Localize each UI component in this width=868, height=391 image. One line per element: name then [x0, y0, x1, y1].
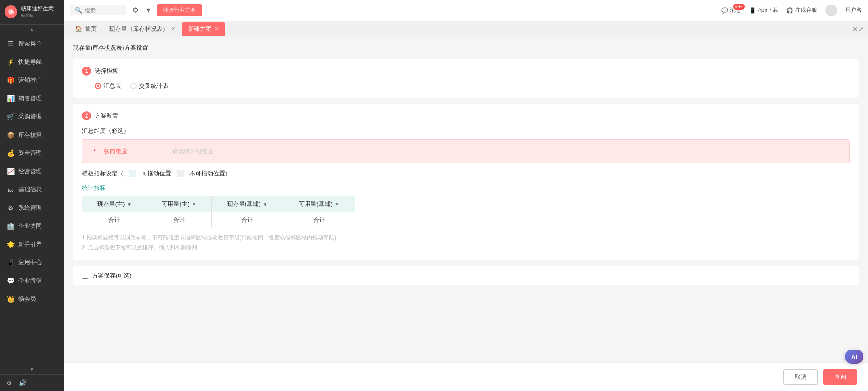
sidebar-scroll-down[interactable]: ▼	[0, 364, 64, 374]
search-icon: 🔍	[75, 7, 82, 14]
tab-inventory-close[interactable]: ✕	[171, 26, 175, 32]
col3-arrow[interactable]: ▼	[263, 202, 267, 207]
sidebar-item-system[interactable]: ⚙ 系统管理	[0, 199, 64, 217]
sidebar-item-purchase[interactable]: 🛒 采购管理	[0, 108, 64, 126]
sidebar-item-search-menu[interactable]: ☰ 搜索菜单	[0, 35, 64, 53]
new-guide-label: 新手引导	[18, 240, 42, 248]
wechat-label: 企业微信	[18, 277, 42, 285]
app-download-btn[interactable]: 📱 App下载	[749, 6, 778, 14]
tab-inventory[interactable]: 现存量（库存状况表） ✕	[103, 22, 182, 36]
finance-icon: 💰	[6, 149, 15, 157]
speaker-icon[interactable]: 🔊	[19, 379, 26, 386]
section2-header: 2 方案配置	[82, 111, 850, 120]
ai-float-button[interactable]: Ai	[845, 350, 863, 364]
operations-icon: 📈	[6, 167, 15, 175]
marketing-label: 营销推广	[18, 76, 42, 84]
msg-badge: 99+	[733, 4, 745, 10]
sidebar-item-app-center[interactable]: 📱 应用中心	[0, 253, 64, 272]
stats-section: 统计指标 现存量(主) ▼ 可用量	[82, 184, 850, 228]
enterprise-icon: 🏢	[6, 222, 15, 230]
sidebar-item-inventory[interactable]: 📦 库存核算	[0, 126, 64, 144]
msg-btn[interactable]: 💬 消息 99+	[721, 6, 741, 14]
non-draggable-label: 不可拖动位置）	[189, 170, 231, 178]
radio-summary[interactable]: 汇总表	[95, 82, 121, 90]
msg-icon: 💬	[721, 7, 728, 14]
cancel-button[interactable]: 取消	[783, 369, 818, 385]
app-icon: 📱	[749, 7, 756, 14]
col4-label: 可用量(基辅)	[299, 200, 332, 208]
save-checkbox[interactable]	[82, 273, 88, 279]
logo-name: 畅康通好生意	[21, 5, 54, 13]
section1-label: 选择模板	[95, 67, 118, 75]
avatar[interactable]	[825, 5, 837, 16]
settings-icon[interactable]: ⚙	[6, 379, 12, 386]
dropdown-icon[interactable]: ▼	[145, 6, 152, 15]
sidebar-item-basic-info[interactable]: 🗂 基础信息	[0, 180, 64, 199]
table-header-col2[interactable]: 可用量(主) ▼	[147, 196, 211, 212]
search-menu-label: 搜索菜单	[18, 40, 42, 48]
sidebar-item-vip[interactable]: 👑 畅会员	[0, 290, 64, 308]
tab-new-close[interactable]: ✕	[214, 26, 219, 32]
sidebar-item-operations[interactable]: 📈 经营管理	[0, 162, 64, 180]
system-label: 系统管理	[18, 204, 42, 212]
sidebar-scroll-up[interactable]: ▲	[0, 25, 64, 35]
purchase-label: 采购管理	[18, 113, 42, 121]
stats-table: 现存量(主) ▼ 可用量(主) ▼	[82, 196, 355, 228]
row1-col2: 合计	[147, 212, 211, 228]
expand-window-icon[interactable]: ⤢	[858, 26, 863, 33]
operations-label: 经营管理	[18, 167, 42, 175]
save-label: 方案保存(可选)	[92, 272, 132, 280]
tip2: 2. 点击标题栏下拉可设置排序、插入列和删除列	[82, 243, 850, 253]
table-header-col4[interactable]: 可用量(基辅) ▼	[283, 196, 355, 212]
table-header-col3[interactable]: 现存量(基辅) ▼	[211, 196, 283, 212]
quick-nav-label: 快捷导航	[18, 58, 42, 66]
purchase-icon: 🛒	[6, 113, 15, 121]
col2-arrow[interactable]: ▼	[192, 202, 196, 207]
main-area: 🔍 ⚙ ▼ 体验行业方案 💬 消息 99+ 📱 App下载 🎧 在线客服 用户名	[64, 0, 868, 391]
marketing-icon: 🎁	[6, 76, 15, 84]
sidebar-item-wechat[interactable]: 💬 企业微信	[0, 272, 64, 290]
sidebar-item-quick-nav[interactable]: ⚡ 快捷导航	[0, 53, 64, 71]
tab-new[interactable]: 新建方案 ✕	[182, 22, 225, 36]
section2-label: 方案配置	[95, 112, 118, 120]
radio-summary-circle	[95, 83, 101, 89]
content-area: 现存量(库存状况表)方案设置 1 选择模板 汇总表 交叉统计表 2	[64, 37, 868, 391]
search-box[interactable]: 🔍	[70, 5, 126, 15]
col4-arrow[interactable]: ▼	[335, 202, 339, 207]
query-button[interactable]: 查询	[823, 369, 857, 385]
trial-btn[interactable]: 体验行业方案	[157, 4, 202, 16]
section-template: 1 选择模板 汇总表 交叉统计表	[73, 59, 859, 98]
search-input[interactable]	[85, 7, 121, 14]
save-section: 方案保存(可选)	[73, 266, 859, 285]
sidebar-item-sales[interactable]: 📊 销售管理	[0, 89, 64, 108]
gear-icon[interactable]: ⚙	[132, 6, 138, 15]
logo-icon: 畅	[5, 5, 17, 18]
sidebar-item-marketing[interactable]: 🎁 营销推广	[0, 71, 64, 89]
col1-arrow[interactable]: ▼	[127, 202, 132, 207]
enterprise-label: 企业协同	[18, 222, 42, 230]
logo-text-block: 畅康通好生意 标准版	[21, 5, 54, 19]
col1-label: 现存量(主)	[97, 200, 125, 208]
sidebar-item-new-guide[interactable]: 🌟 新手引导	[0, 235, 64, 253]
dimension-box[interactable]: * 纵向维度 —— 请选择分组维度	[82, 139, 850, 163]
tab-home[interactable]: 🏠 首页	[68, 22, 103, 36]
row1-col4: 合计	[283, 212, 355, 228]
sidebar-item-enterprise[interactable]: 🏢 企业协同	[0, 217, 64, 235]
section1-number: 1	[82, 67, 91, 76]
close-window-icon[interactable]: ✕	[853, 26, 858, 33]
sales-icon: 📊	[6, 94, 15, 103]
sidebar-item-finance[interactable]: 💰 资金管理	[0, 144, 64, 162]
tab-inventory-label: 现存量（库存状况表）	[109, 25, 168, 33]
logo-badge: 标准版	[21, 13, 54, 19]
basic-info-label: 基础信息	[18, 185, 42, 194]
tab-home-label: 首页	[85, 25, 97, 33]
table-header-col1[interactable]: 现存量(主) ▼	[82, 196, 147, 212]
radio-cross[interactable]: 交叉统计表	[130, 82, 168, 90]
topbar: 🔍 ⚙ ▼ 体验行业方案 💬 消息 99+ 📱 App下载 🎧 在线客服 用户名	[64, 0, 868, 21]
section1-header: 1 选择模板	[82, 67, 850, 76]
dimension-config-label: 汇总维度（必选）	[82, 127, 850, 135]
vertical-dim-label: 纵向维度	[104, 147, 128, 155]
dimension-placeholder: 请选择分组维度	[172, 147, 214, 155]
tabbar: 🏠 首页 现存量（库存状况表） ✕ 新建方案 ✕ ✕ ⤢	[64, 21, 868, 37]
service-btn[interactable]: 🎧 在线客服	[786, 6, 817, 14]
